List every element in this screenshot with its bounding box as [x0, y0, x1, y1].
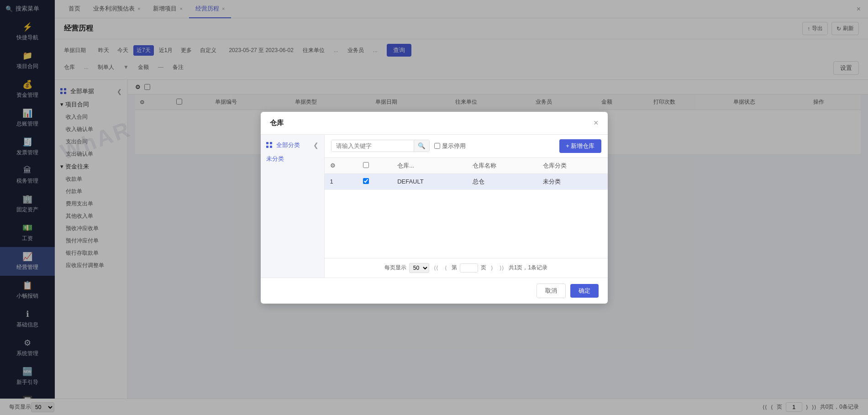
modal-per-page-select[interactable]: 50	[409, 263, 429, 273]
modal-search-box: 🔍	[331, 140, 430, 152]
modal-table: ⚙ 仓库... 仓库名称 仓库分类 1 DEFAULT	[325, 158, 608, 258]
modal-page-input[interactable]: 1	[460, 263, 478, 273]
show-disabled-checkbox[interactable]	[434, 143, 440, 149]
modal-page-prefix: 第	[452, 264, 457, 272]
modal-left-unclassified[interactable]: 未分类	[261, 152, 324, 166]
modal-page-label: 页	[481, 264, 486, 272]
modal-pagination: 每页显示 50 ⟨⟨ ⟨ 第 1 页 ⟩ ⟩⟩ 共1页，1条记录	[325, 258, 608, 278]
modal-left-header: 全部分类 ❮	[261, 138, 324, 152]
modal-left-panel: 全部分类 ❮ 未分类	[261, 135, 325, 278]
modal-body: 全部分类 ❮ 未分类 🔍 显示停用	[261, 135, 608, 278]
row-name: 总仓	[467, 173, 537, 189]
modal-col-category: 仓库分类	[537, 158, 608, 174]
cancel-button[interactable]: 取消	[537, 284, 566, 298]
confirm-button[interactable]: 确定	[570, 284, 599, 298]
modal-toolbar: 🔍 显示停用 + 新增仓库	[325, 135, 608, 158]
modal-search-button[interactable]: 🔍	[414, 140, 429, 152]
modal-right-panel: 🔍 显示停用 + 新增仓库 ⚙	[325, 135, 608, 278]
modal-per-page-label: 每页显示	[384, 264, 406, 272]
modal-collapse-btn[interactable]: ❮	[313, 142, 319, 149]
modal-next-page[interactable]: ⟩	[489, 264, 495, 272]
modal-first-page[interactable]: ⟨⟨	[432, 264, 440, 272]
modal-header: 仓库 ×	[261, 112, 608, 135]
show-disabled-label[interactable]: 显示停用	[434, 142, 466, 150]
row-check[interactable]	[358, 173, 392, 189]
modal-col-name: 仓库名称	[467, 158, 537, 174]
modal-col-gear: ⚙	[325, 158, 358, 174]
modal-title: 仓库	[270, 119, 284, 127]
row-id: 1	[325, 173, 358, 189]
modal-close-button[interactable]: ×	[594, 118, 599, 128]
modal-footer: 取消 确定	[261, 278, 608, 304]
warehouse-modal: 仓库 × 全部分类 ❮ 未分类	[261, 112, 608, 304]
modal-prev-page[interactable]: ⟨	[443, 264, 449, 272]
modal-grid-icon	[266, 142, 273, 148]
modal-col-code: 仓库...	[392, 158, 467, 174]
table-row[interactable]: 1 DEFAULT 总仓 未分类	[325, 173, 608, 189]
modal-last-page[interactable]: ⟩⟩	[498, 264, 506, 272]
modal-col-check	[358, 158, 392, 174]
row-code: DEFAULT	[392, 173, 467, 189]
row-category: 未分类	[537, 173, 608, 189]
add-warehouse-button[interactable]: + 新增仓库	[559, 139, 601, 153]
modal-search-input[interactable]	[331, 140, 414, 152]
modal-overlay: 仓库 × 全部分类 ❮ 未分类	[0, 0, 868, 415]
modal-total-info: 共1页，1条记录	[509, 264, 547, 272]
